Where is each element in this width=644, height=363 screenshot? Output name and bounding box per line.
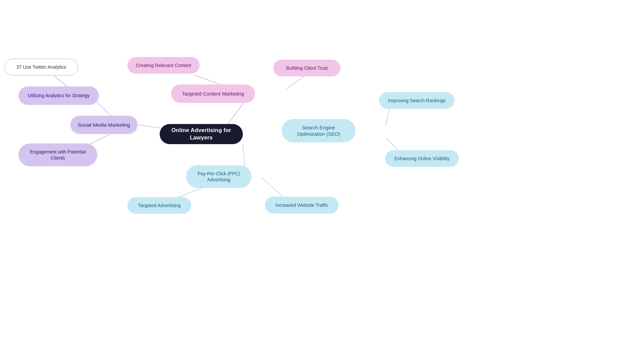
utilizing-analytics-node[interactable]: Utilizing Analytics for Strategy <box>18 86 99 105</box>
svg-line-10 <box>386 137 397 150</box>
building-trust-node[interactable]: Building Client Trust <box>273 60 340 76</box>
svg-line-6 <box>54 75 67 86</box>
engagement-node[interactable]: Engagement with Potential Clients <box>18 143 97 166</box>
increased-traffic-node[interactable]: Increased Website Traffic <box>265 197 339 214</box>
center-node[interactable]: Online Advertising for Lawyers <box>160 124 243 144</box>
targeted-content-node[interactable]: Targeted Content Marketing <box>171 84 255 103</box>
improving-rankings-node[interactable]: Improving Search Rankings <box>379 92 454 109</box>
ppc-node[interactable]: Pay-Per-Click (PPC) Advertising <box>186 165 252 188</box>
targeted-advertising-node[interactable]: Targeted Advertising <box>127 197 191 214</box>
twitter-analytics-node[interactable]: 37 Use Twitter Analytics <box>4 59 78 75</box>
seo-node[interactable]: Search Engine Optimization (SEO) <box>282 119 356 142</box>
creating-content-node[interactable]: Creating Relevant Content <box>127 57 200 74</box>
enhancing-visibility-node[interactable]: Enhancing Online Visibility <box>385 150 459 167</box>
svg-line-3 <box>243 144 245 167</box>
svg-line-12 <box>262 178 283 197</box>
social-media-node[interactable]: Social Media Marketing <box>70 116 138 134</box>
